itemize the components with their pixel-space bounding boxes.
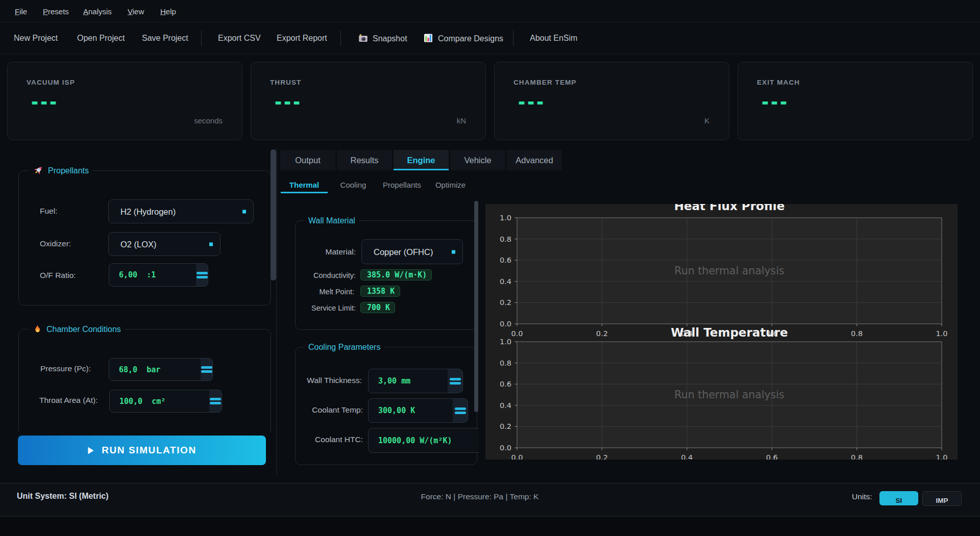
svg-text:Run thermal analysis: Run thermal analysis [674,389,784,401]
spin-buttons[interactable] [209,390,222,412]
wall-material-title: Wall Material [308,215,355,226]
spin-down-icon [210,402,221,404]
spin-buttons[interactable] [201,359,212,380]
wall-material-legend: Wall Material [304,215,359,226]
cooling-parameters-legend: Cooling Parameters [304,342,384,352]
oxidizer-value: O2 (LOX) [120,239,157,249]
coolant-temp-value: 300,00 K [378,406,415,415]
throat-area-value: 100,0 cm² [119,397,165,406]
fuel-value: H2 (Hydrogen) [120,207,176,216]
spin-buttons[interactable] [448,369,462,393]
spin-up-icon [450,378,461,380]
charts-panel: 0.00.20.40.60.81.00.00.20.40.60.81.0Heat… [485,204,958,460]
pressure-value: 68,0 bar [119,365,160,374]
svg-text:0.0: 0.0 [511,453,523,460]
metric-label: CHAMBER TEMP [513,79,576,86]
thermal-charts: 0.00.20.40.60.81.00.00.20.40.60.81.0Heat… [485,204,958,460]
menu-presets[interactable]: Presets [43,7,69,15]
coolant-htc-spinbox[interactable]: 10000,00 W/(m²K) [368,428,479,453]
units-label: Units: [852,492,872,501]
menu-file[interactable]: File [15,7,27,15]
metric-card-thrust: THRUST --- kN [251,62,486,140]
svg-text:0.6: 0.6 [766,453,778,460]
svg-text:0.4: 0.4 [681,453,693,460]
metric-unit: seconds [194,117,223,125]
toolbar-separator [340,31,341,46]
window-footer-strip [0,517,980,536]
left-scrollbar-track[interactable] [276,147,277,476]
spin-down-icon [455,412,466,414]
svg-text:0.8: 0.8 [500,359,511,367]
wall-thickness-value: 3,00 mm [378,376,410,386]
save-project-label: Save Project [142,34,188,43]
about-ensim-label: About EnSim [530,34,577,43]
metric-card-vacuum-isp: VACUUM ISP --- seconds [7,62,242,140]
svg-text:0.8: 0.8 [851,329,863,338]
save-project-button[interactable]: Save Project [142,34,188,43]
wall-thickness-spinbox[interactable]: 3,00 mm [368,369,463,393]
conductivity-label: Conductivity: [296,271,356,280]
svg-text:Wall Temperature: Wall Temperature [671,326,788,339]
fuel-select[interactable]: H2 (Hydrogen) [108,199,254,223]
metric-value: --- [761,95,788,110]
svg-text:0.0: 0.0 [511,329,523,338]
throat-area-label: Throat Area (At): [39,396,98,405]
propellants-title: Propellants [48,165,89,176]
play-icon [87,447,94,454]
of-ratio-spinbox[interactable]: 6,00 :1 [109,263,208,287]
throat-area-spinbox[interactable]: 100,0 cm² [109,390,222,413]
coolant-temp-spinbox[interactable]: 300,00 K [368,398,468,423]
toolbar-separator [513,31,513,46]
svg-text:1.0: 1.0 [500,338,511,346]
snapshot-label: Snapshot [373,34,407,43]
snapshot-button[interactable]: Snapshot [358,34,407,43]
propellants-legend: Propellants [29,165,93,176]
cooling-parameters-title: Cooling Parameters [308,342,380,352]
spin-down-icon [197,276,208,278]
wall-thickness-label: Wall Thickness: [296,376,362,385]
compare-designs-button[interactable]: Compare Designs [424,34,503,43]
app-window: File Presets Analysis View Help New Proj… [0,0,980,536]
menu-help[interactable]: Help [160,7,176,15]
chamber-conditions-group: Chamber Conditions Pressure (Pc): 68,0 b… [18,329,271,431]
spin-down-icon [450,382,461,385]
chamber-conditions-legend: Chamber Conditions [29,324,125,335]
tab-advanced[interactable]: Advanced [507,150,562,170]
new-project-button[interactable]: New Project [14,34,58,43]
svg-text:Heat Flux Profile: Heat Flux Profile [674,204,785,213]
metric-label: VACUUM ISP [27,79,75,86]
pressure-spinbox[interactable]: 68,0 bar [109,358,213,381]
open-project-button[interactable]: Open Project [77,34,125,43]
dropdown-icon [452,250,455,253]
dropdown-icon [242,210,246,213]
cooling-parameters-group: Cooling Parameters Wall Thickness: 3,00 … [295,347,477,465]
coolant-htc-value: 10000,00 W/(m²K) [378,436,452,445]
units-si-button[interactable]: SI [879,491,918,505]
metric-value: --- [517,95,545,110]
left-scrollbar-thumb[interactable] [271,149,276,280]
menu-analysis[interactable]: Analysis [83,7,112,15]
open-project-label: Open Project [77,34,125,43]
metric-label: THRUST [270,79,301,86]
spin-down-icon [201,370,212,373]
units-imp-button[interactable]: IMP [922,491,962,506]
melt-point-label: Melt Point: [296,287,354,296]
export-report-button[interactable]: Export Report [277,34,327,43]
spin-buttons[interactable] [196,264,208,286]
flame-icon [33,324,42,334]
svg-text:0.6: 0.6 [500,256,511,264]
svg-text:0.8: 0.8 [500,235,511,243]
run-simulation-button[interactable]: RUN SIMULATION [18,436,266,465]
material-select[interactable]: Copper (OFHC) [361,239,463,264]
conductivity-value: 385.0 W/(m·K) [360,269,432,280]
center-scrollbar-thumb[interactable] [474,201,478,412]
spin-up-icon [201,366,212,369]
export-csv-button[interactable]: Export CSV [218,34,261,43]
svg-text:0.2: 0.2 [596,453,608,460]
units-summary-status: Force: N | Pressure: Pa | Temp: K [421,492,539,501]
spin-buttons[interactable] [453,399,468,422]
pressure-label: Pressure (Pc): [40,364,91,373]
oxidizer-select[interactable]: O2 (LOX) [108,232,220,256]
menu-view[interactable]: View [128,7,144,15]
about-ensim-button[interactable]: About EnSim [530,34,577,43]
